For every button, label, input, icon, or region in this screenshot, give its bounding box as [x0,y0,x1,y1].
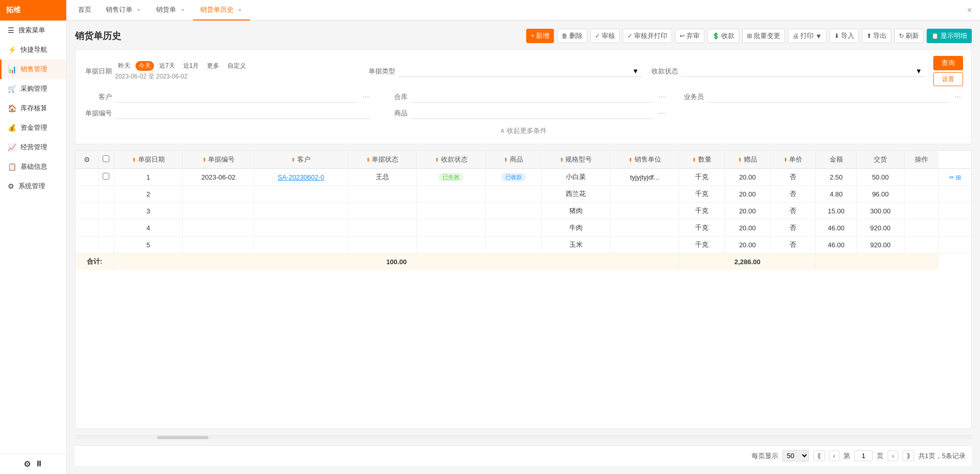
sidebar-collapse-icon[interactable]: ⏸ [35,459,43,469]
sidebar-item-quick-nav[interactable]: ⚡ 快捷导航 [0,40,66,60]
next-page-button[interactable]: › [888,450,898,461]
row-checkbox[interactable] [99,203,114,220]
row-docnumber[interactable] [254,203,348,220]
audit-print-button[interactable]: ✓ 审核并打印 [623,29,672,43]
show-detail-button[interactable]: 📋 显示明细 [927,29,972,43]
audit-button[interactable]: ✓ 审核 [590,29,620,43]
th-goods[interactable]: ⬆ 商品 [486,151,542,169]
row-docnumber[interactable] [254,186,348,203]
row-select-checkbox[interactable] [103,173,109,180]
tab-sales-history[interactable]: 销货单历史 × [193,0,250,21]
receive-button[interactable]: 💲 收款 [707,29,739,43]
tab-bar-close-all[interactable]: × [963,6,976,15]
filter-staff-input[interactable] [707,91,949,103]
row-goods: 小白菜 [541,169,610,186]
first-page-button[interactable]: ⟪ [813,450,825,461]
th-unitprice[interactable]: ⬆ 单价 [770,151,816,169]
scrollbar-thumb[interactable] [157,436,208,439]
sidebar-item-search-menu[interactable]: ☰ 搜索菜单 [0,21,66,40]
sidebar-item-basic-info[interactable]: 📋 基础信息 [0,157,66,176]
filter-customer-input[interactable] [115,91,357,103]
edit-action[interactable]: ✏ [949,174,954,181]
th-gift[interactable]: ⬆ 赠品 [725,151,771,169]
filter-customer-dots[interactable]: ··· [360,92,371,102]
collapse-bar[interactable]: ∧ 收起更多条件 [84,124,963,137]
per-page-select[interactable]: 50 100 200 [782,450,809,462]
filter-receive-status-select[interactable]: ▼ [681,66,925,77]
row-docnumber[interactable] [254,236,348,253]
row-unit: 千克 [679,220,725,236]
th-unit[interactable]: ⬆ 销售单位 [610,151,679,169]
sidebar-item-label: 销售管理 [21,65,47,74]
date-shortcut-more[interactable]: 更多 [204,61,222,71]
delete-button[interactable]: 🗑 删除 [557,29,587,43]
gear-column-icon[interactable]: ⚙ [84,155,90,164]
row-receivestatus: 已收款 [486,169,542,186]
setting-button[interactable]: 设置 [933,72,963,86]
tab-sales-delivery-close[interactable]: × [179,6,185,13]
sidebar-settings-icon[interactable]: ⚙ [24,459,31,469]
filter-warehouse-input[interactable] [411,91,653,103]
more-action[interactable]: ⊞ [956,174,961,181]
th-quantity[interactable]: ⬆ 数量 [679,151,725,169]
sidebar-item-operations-mgmt[interactable]: 📈 经营管理 [0,137,66,157]
sidebar-item-purchase-mgmt[interactable]: 🛒 采购管理 [0,79,66,98]
row-checkbox[interactable] [99,220,114,236]
th-date[interactable]: ⬆ 单据日期 [114,151,183,169]
tab-sales-order-close[interactable]: × [136,6,142,13]
sidebar-item-system-mgmt[interactable]: ⚙ 系统管理 [0,176,66,196]
filter-docnumber-input[interactable] [115,108,371,119]
import-button[interactable]: ⬇ 导入 [830,29,859,43]
row-docnumber[interactable]: SA-20230602-0 [254,169,348,186]
tab-sales-history-close[interactable]: × [237,6,243,13]
th-docnumber[interactable]: ⬆ 单据编号 [183,151,254,169]
th-spec[interactable]: ⬆ 规格型号 [541,151,610,169]
row-checkbox[interactable] [99,186,114,203]
tab-home[interactable]: 首页 [71,0,99,21]
sidebar-item-inventory[interactable]: 🏠 库存核算 [0,98,66,118]
sidebar-item-sales-mgmt[interactable]: 📊 销售管理 [0,60,66,79]
horizontal-scrollbar[interactable] [75,435,972,439]
prev-page-button[interactable]: ‹ [829,450,839,461]
export-button[interactable]: ⬆ 导出 [862,29,891,43]
tab-sales-delivery[interactable]: 销货单 × [149,0,193,21]
select-all-checkbox[interactable] [103,155,109,162]
row-checkbox[interactable] [99,236,114,253]
date-shortcut-7days[interactable]: 近7天 [156,61,178,71]
filter-docnumber-item: 单据编号 [84,108,371,119]
date-shortcut-custom[interactable]: 自定义 [224,61,249,71]
th-docstatus[interactable]: ⬆ 单据状态 [348,151,416,169]
refresh-button[interactable]: ↻ 刷新 [894,29,924,43]
batch-change-button[interactable]: ⊞ 批量变更 [742,29,785,43]
print-button[interactable]: 🖨 打印 ▼ [788,29,827,43]
th-customer[interactable]: ⬆ 客户 [254,151,348,169]
tab-home-label: 首页 [78,5,91,14]
filter-doctype-select[interactable]: ▼ [398,66,642,77]
date-shortcut-yesterday[interactable]: 昨天 [115,61,133,71]
row-docnumber[interactable] [254,220,348,236]
date-shortcut-1month[interactable]: 近1月 [180,61,202,71]
row-checkbox[interactable] [99,169,114,186]
add-button[interactable]: + 新增 [526,29,554,43]
row-unit: 千克 [679,236,725,253]
page-label: 第 [843,451,850,461]
filter-warehouse-dots[interactable]: ··· [656,92,667,102]
tab-sales-order[interactable]: 销售订单 × [99,0,149,21]
table-footer-row: 合计: 100.00 2,286.00 [75,253,971,270]
filter-staff-dots[interactable]: ··· [952,92,963,102]
last-page-button[interactable]: ⟫ [902,450,914,461]
sidebar-item-finance-mgmt[interactable]: 💰 资金管理 [0,118,66,137]
logo: 拓维 [0,0,66,21]
th-receivestatus[interactable]: ⬆ 收款状态 [417,151,486,169]
quick-nav-icon: ⚡ [8,46,16,54]
row-delivery [904,186,938,203]
filter-goods-input[interactable] [411,108,653,119]
date-shortcut-today[interactable]: 今天 [136,61,154,71]
discard-button[interactable]: ↩ 弃审 [675,29,704,43]
filter-goods-dots[interactable]: ··· [656,109,667,118]
query-button[interactable]: 查询 [933,56,963,70]
row-customer [348,186,416,203]
page-number-input[interactable]: 1 [854,450,873,461]
th-gear[interactable]: ⚙ [75,151,99,169]
row-actions: ✏ ⊞ [939,169,971,186]
